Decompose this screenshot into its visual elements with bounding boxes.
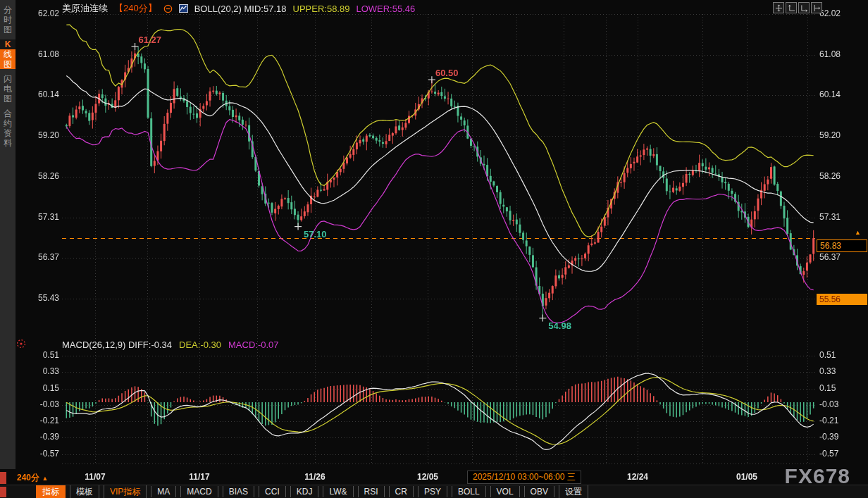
sidebar-tab-char: 合: [0, 108, 16, 118]
boll-mid-value: BOLL(20,2) MID:57.18: [194, 4, 287, 14]
price-axis-label-left: 55.43: [20, 293, 59, 303]
sidebar-tab-char: 闪: [0, 74, 16, 84]
time-axis-label: 11/26: [304, 472, 325, 482]
macd-axis-label-left: 0.33: [20, 366, 59, 376]
sidebar-tab-char: 分: [0, 5, 16, 15]
toolbar-item-rsi[interactable]: RSI: [358, 486, 385, 497]
sidebar-tab-char: 约: [0, 118, 16, 128]
time-axis-label: 12/05: [417, 472, 438, 482]
macd-axis-label-right: -0.21: [819, 416, 859, 425]
left-edge-marker-bottom: [0, 487, 6, 497]
toolbar-item-obv[interactable]: OBV: [524, 486, 554, 497]
macd-axis-label-right: -0.39: [819, 432, 859, 442]
pan-icon[interactable]: [773, 2, 784, 13]
sidebar-tab-char: 电: [0, 84, 16, 94]
toolbar-item-boll[interactable]: BOLL: [452, 486, 486, 497]
macd-axis-label-right: 0.33: [819, 366, 859, 376]
sidebar-tab-char: 时: [0, 15, 16, 25]
collapse-icon[interactable]: [163, 4, 173, 13]
trading-app-window: 分时图K线图闪电图合约资料 美原油连续 【240分】 BOLL(20,2) MI…: [0, 0, 868, 498]
price-axis-label-left: 61.08: [20, 49, 59, 59]
current-price-tag: 56.83: [817, 239, 867, 252]
toolbar-item-macd[interactable]: MACD: [180, 486, 218, 497]
symbol-name: 美原油连续: [62, 2, 108, 15]
left-edge-marker-top: [0, 472, 6, 484]
indicator-chart-icon[interactable]: [179, 4, 188, 13]
time-axis-label: 01/05: [736, 472, 757, 482]
sidebar-tab-char: 图: [0, 59, 16, 69]
period-label[interactable]: 【240分】: [114, 2, 157, 15]
price-annotation-high: 61.27: [139, 35, 162, 45]
chart-header: 美原油连续 【240分】 BOLL(20,2) MID:57.18 UPPER:…: [62, 2, 415, 15]
session-low-tag: 55.56: [817, 294, 867, 305]
toolbar-item-kdj[interactable]: KDJ: [290, 486, 319, 497]
sidebar-tab-char: 图: [0, 25, 16, 35]
sidebar-tab-1[interactable]: 分时图: [0, 5, 16, 35]
price-axis-label-right: 60.14: [819, 89, 859, 99]
macd-axis-label-left: -0.57: [20, 449, 59, 459]
toolbar-item-psy[interactable]: PSY: [418, 486, 447, 497]
price-annotation-high: 60.50: [435, 68, 459, 78]
price-axis-label-left: 59.20: [20, 130, 59, 140]
toolbar-item-ma[interactable]: MA: [151, 486, 176, 497]
toolbar-item-bias[interactable]: BIAS: [223, 486, 254, 497]
time-axis-label: 11/17: [189, 472, 209, 482]
sidebar-tab-char: 线: [0, 49, 16, 59]
price-axis-label-left: 58.26: [20, 171, 59, 181]
toolbar-item-cci[interactable]: CCI: [259, 486, 286, 497]
toolbar-item-lw&[interactable]: LW&: [323, 486, 353, 497]
macd-axis-label-right: -0.03: [819, 399, 859, 409]
axis-scale-left-icon[interactable]: [786, 2, 797, 13]
macd-axis-label-left: -0.39: [20, 432, 59, 442]
timeframe-label[interactable]: 240分 ▲: [17, 472, 48, 484]
sidebar-tab-char: K: [0, 39, 16, 49]
price-axis-label-left: 62.02: [20, 8, 59, 18]
indicator-toolbar: 指标模板VIP指标MAMACDBIASCCIKDJLW&RSICRPSYBOLL…: [0, 485, 868, 498]
macd-axis-label-left: -0.03: [20, 399, 59, 409]
axis-shift-right-icon[interactable]: [811, 2, 822, 13]
sidebar: 分时图K线图闪电图合约资料: [0, 0, 16, 469]
macd-axis-label-right: 0.51: [819, 350, 859, 360]
boll-lower-value: LOWER:55.46: [356, 4, 415, 14]
sidebar-tab-3[interactable]: 闪电图: [0, 74, 16, 104]
toolbar-item-设置[interactable]: 设置: [559, 485, 588, 498]
macd-axis-label-left: 0.51: [20, 350, 59, 360]
selected-candle-time: 2025/12/10 03:00~06:00 三: [467, 471, 581, 484]
triangle-up-icon: ▲: [42, 475, 48, 482]
macd-bar-value: MACD:-0.07: [228, 340, 279, 350]
chart-tool-buttons: [773, 2, 822, 13]
price-annotation-low: 57.10: [304, 229, 327, 239]
sidebar-tab-4[interactable]: 合约资料: [0, 108, 16, 148]
toolbar-item-cr[interactable]: CR: [389, 486, 414, 497]
macd-axis-label-right: 0.15: [819, 383, 859, 393]
macd-dea-value: DEA:-0.30: [179, 340, 221, 350]
macd-axis-label-right: -0.57: [819, 449, 859, 459]
toolbar-item-vol[interactable]: VOL: [490, 486, 520, 497]
macd-axis-label-left: 0.15: [20, 383, 59, 393]
macd-header: MACD(26,12,9) DIFF:-0.34 DEA:-0.30 MACD:…: [62, 340, 279, 350]
time-axis-label: 11/07: [85, 472, 105, 482]
price-axis-label-right: 58.26: [819, 171, 859, 181]
price-up-arrow-icon: ▲: [855, 229, 861, 236]
price-axis-label-right: 59.20: [819, 130, 859, 140]
indicator-marker-icon[interactable]: [16, 339, 26, 351]
sidebar-tab-char: 图: [0, 94, 16, 104]
price-annotation-low: 54.98: [548, 320, 571, 331]
axis-scale-bottom-icon[interactable]: [798, 2, 810, 13]
toolbar-item-vip指标[interactable]: VIP指标: [104, 485, 147, 498]
price-axis-label-right: 56.37: [819, 252, 859, 262]
price-axis-label-right: 61.08: [819, 49, 859, 59]
macd-axis-label-left: -0.21: [20, 416, 59, 425]
toolbar-item-指标[interactable]: 指标: [36, 485, 66, 498]
price-axis-label-left: 57.31: [20, 212, 59, 222]
price-axis-label-right: 62.02: [819, 8, 859, 18]
sidebar-tab-char: 资: [0, 128, 16, 138]
sidebar-tab-char: 料: [0, 138, 16, 148]
chart-canvas[interactable]: [0, 0, 868, 498]
price-axis-label-left: 56.37: [20, 252, 59, 262]
toolbar-item-模板[interactable]: 模板: [70, 485, 99, 498]
price-axis-label-left: 60.14: [20, 89, 59, 99]
macd-diff-value: MACD(26,12,9) DIFF:-0.34: [62, 340, 172, 350]
sidebar-tab-2[interactable]: K线图: [0, 39, 16, 69]
boll-upper-value: UPPER:58.89: [293, 4, 350, 14]
